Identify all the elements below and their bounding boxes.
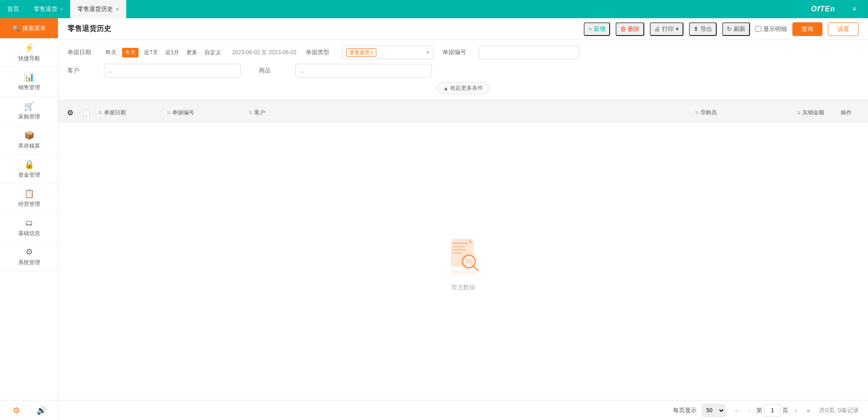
bill-type-tag: 零售退货 ×	[346, 48, 376, 57]
col-customer[interactable]: ⇅ 客户	[245, 109, 691, 117]
tab-retail-return-history-close[interactable]: ×	[116, 6, 118, 12]
inventory-icon: 📦	[24, 130, 34, 140]
date-opt-last1m[interactable]: 近1月	[164, 48, 181, 57]
date-opt-custom[interactable]: 自定义	[203, 48, 223, 57]
tab-home[interactable]: 首页	[0, 0, 26, 18]
page-input[interactable]	[764, 404, 781, 417]
svg-rect-3	[452, 246, 465, 247]
top-bar: 首页 零售退货 × 零售退货历史 × OfTEn ×	[0, 0, 868, 18]
topbar-right: OfTEn ×	[804, 1, 868, 17]
print-button[interactable]: 🖨 打印 ▾	[650, 22, 683, 36]
tab-bar: 首页 零售退货 × 零售退货历史 ×	[0, 0, 804, 18]
sidebar-search-button[interactable]: 🔍 搜索菜单	[0, 18, 58, 38]
delete-button[interactable]: 🗑 删除	[616, 22, 644, 36]
show-detail-checkbox[interactable]	[755, 26, 761, 32]
sidebar-item-system[interactable]: ⚙ 系统管理	[0, 242, 58, 271]
sidebar-item-business[interactable]: 📋 经营管理	[0, 184, 58, 213]
new-button[interactable]: + 新增	[584, 22, 610, 36]
bill-no-input[interactable]	[479, 46, 579, 59]
show-detail-label: 显示明细	[755, 25, 787, 33]
page-next-button[interactable]: ›	[790, 405, 801, 416]
select-all-checkbox[interactable]	[83, 110, 90, 116]
sidebar-sound-button[interactable]: 🔊	[34, 403, 49, 418]
page-actions: + 新增 🗑 删除 🖨 打印 ▾ ⬆ 导出 ↻	[584, 22, 859, 36]
bill-type-remove-icon[interactable]: ×	[370, 50, 373, 55]
quick-nav-icon: ⚡	[24, 43, 34, 53]
collapse-button[interactable]: ▲ 收起更多条件	[437, 82, 489, 94]
goods-label: 商品	[259, 67, 286, 75]
sidebar-item-sales-mgmt[interactable]: 📊 销售管理	[0, 67, 58, 97]
bill-type-tag-text: 零售退货	[349, 49, 370, 56]
purchase-mgmt-icon: 🛒	[24, 101, 34, 111]
date-opt-more[interactable]: 更多	[185, 48, 199, 57]
date-opt-last7[interactable]: 近7天	[142, 48, 160, 57]
filter-row-1: 单据日期 昨天 今天 近7天 近1月 更多 自定义 2023-06-02 至 2…	[67, 46, 859, 59]
print-label: 打印	[662, 25, 674, 33]
table-select-all[interactable]	[78, 110, 95, 116]
capital-icon: 🔒	[24, 159, 34, 169]
export-label: 导出	[700, 25, 712, 33]
col-guide[interactable]: ⇅ 导购员	[691, 109, 764, 117]
sidebar-item-quick-nav[interactable]: ⚡ 快捷导航	[0, 38, 58, 67]
tab-retail-return-history-label: 零售退货历史	[77, 5, 113, 13]
main-layout: 🔍 搜索菜单 ⚡ 快捷导航 📊 销售管理 🛒 采购管理 📦 库存核算 🔒	[0, 18, 868, 420]
col-bill-date-label: 单据日期	[104, 109, 126, 117]
svg-rect-2	[452, 242, 468, 244]
sidebar-bottom: ⚙ 🔊	[0, 400, 58, 420]
tab-retail-return[interactable]: 零售退货 ×	[26, 0, 70, 18]
filter-row-2: 客户 商品	[67, 64, 859, 77]
sidebar-item-basic-info[interactable]: 🗂 基础信息	[0, 213, 58, 242]
col-guide-label: 导购员	[700, 109, 717, 117]
page-suffix: 页	[782, 406, 788, 415]
bill-date-label: 单据日期	[67, 48, 95, 56]
gear-icon: ⚙	[13, 405, 20, 415]
col-customer-sort-icon: ⇅	[249, 110, 252, 115]
sidebar-item-basic-info-label: 基础信息	[18, 230, 40, 237]
business-icon: 📋	[24, 189, 34, 199]
bill-no-label: 单据编号	[442, 48, 470, 56]
per-page-select[interactable]: 50 10 20 100	[702, 404, 725, 417]
table-area: ⚙ ⇅ 单据日期 ⇅ 单据编号 ⇅ 客户 ⇅	[58, 104, 868, 420]
bill-type-selector[interactable]: 零售退货 × ▾	[342, 46, 433, 59]
tab-retail-return-history[interactable]: 零售退货历史 ×	[70, 0, 126, 18]
date-opt-yesterday[interactable]: 昨天	[104, 48, 118, 57]
sidebar-menu: ⚡ 快捷导航 📊 销售管理 🛒 采购管理 📦 库存核算 🔒 资金管理 📋	[0, 38, 58, 400]
customer-input[interactable]	[104, 64, 241, 77]
bill-type-label: 单据类型	[306, 48, 333, 56]
col-customer-label: 客户	[254, 109, 265, 117]
table-settings-button[interactable]: ⚙	[62, 108, 78, 117]
page-last-button[interactable]: »	[803, 405, 814, 416]
svg-rect-5	[452, 252, 462, 254]
col-op: 操作	[828, 109, 864, 117]
settings-button[interactable]: 设置	[828, 22, 859, 36]
sidebar: 🔍 搜索菜单 ⚡ 快捷导航 📊 销售管理 🛒 采购管理 📦 库存核算 🔒	[0, 18, 58, 420]
export-icon: ⬆	[693, 26, 699, 32]
refresh-label: 刷新	[734, 25, 745, 33]
query-button[interactable]: 查询	[792, 22, 822, 36]
sidebar-item-purchase-mgmt[interactable]: 🛒 采购管理	[0, 97, 58, 126]
sidebar-item-inventory[interactable]: 📦 库存核算	[0, 126, 58, 155]
col-bill-date[interactable]: ⇅ 单据日期	[95, 109, 163, 117]
sidebar-gear-button[interactable]: ⚙	[9, 403, 24, 418]
new-icon: +	[588, 26, 592, 32]
goods-input[interactable]	[295, 64, 432, 77]
pagination-controls: « ‹ 第 页 › »	[731, 404, 814, 417]
sidebar-item-business-label: 经营管理	[18, 200, 40, 208]
tab-retail-return-close[interactable]: ×	[60, 6, 63, 12]
table-header: ⚙ ⇅ 单据日期 ⇅ 单据编号 ⇅ 客户 ⇅	[58, 104, 868, 122]
close-window-button[interactable]: ×	[848, 3, 861, 15]
page-title: 零售退货历史	[67, 24, 111, 34]
col-amount[interactable]: ⇅ 实销金额	[764, 109, 828, 117]
sidebar-item-capital[interactable]: 🔒 资金管理	[0, 155, 58, 184]
tab-retail-return-label: 零售退货	[34, 5, 57, 13]
delete-label: 删除	[628, 25, 640, 33]
date-opt-today[interactable]: 今天	[122, 48, 139, 57]
refresh-button[interactable]: ↻ 刷新	[722, 22, 750, 36]
col-bill-no[interactable]: ⇅ 单据编号	[163, 109, 245, 117]
page-prev-button[interactable]: ‹	[744, 405, 755, 416]
export-button[interactable]: ⬆ 导出	[689, 22, 717, 36]
tab-home-label: 首页	[7, 5, 19, 13]
page-first-button[interactable]: «	[731, 405, 742, 416]
sidebar-item-sales-mgmt-label: 销售管理	[18, 84, 40, 92]
table-footer: 每页显示 50 10 20 100 « ‹ 第 页 › » 共0页, 0条记录	[58, 400, 868, 420]
